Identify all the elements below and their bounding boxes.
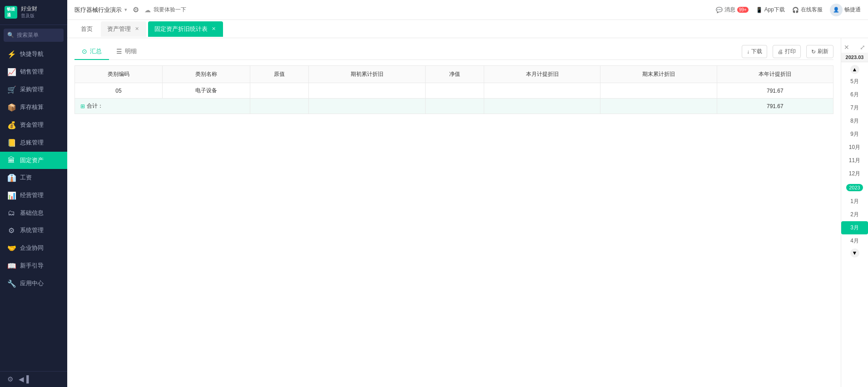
cell-name: 电子设备	[162, 83, 250, 99]
subtab-detail[interactable]: ☰ 明细	[109, 44, 144, 60]
app-title: 好业财	[21, 5, 37, 13]
total-icon: ⊞	[80, 103, 85, 109]
app-center-icon: 🔧	[7, 279, 15, 288]
col-net-value: 净值	[425, 66, 484, 83]
quick-nav-icon: ⚡	[7, 50, 15, 59]
user-menu[interactable]: 👤 畅捷通	[830, 4, 861, 16]
date-panel-header: ✕ ⤢	[841, 42, 868, 53]
sidebar-item-sales[interactable]: 📈 销售管理	[0, 63, 67, 81]
refresh-btn-label: 刷新	[818, 48, 828, 55]
total-row: ⊞ 合计： 791.67	[75, 99, 833, 114]
content-inner: ⊙ 汇总 ☰ 明细 ↓ 下载 🖨 打印	[67, 38, 841, 387]
user-name: 畅捷通	[844, 6, 861, 14]
app-download-button[interactable]: 📱 App下载	[756, 6, 785, 14]
sidebar-item-guide[interactable]: 📖 新手引导	[0, 257, 67, 275]
print-button[interactable]: 🖨 打印	[773, 45, 801, 58]
online-service-button[interactable]: 🎧 在线客服	[792, 6, 823, 14]
date-item-1[interactable]: 1月	[841, 195, 868, 208]
finance-icon: 💰	[7, 121, 15, 129]
tab-depreciation-close[interactable]: ✕	[210, 26, 217, 32]
sidebar-item-cooperation[interactable]: 🤝 企业协同	[0, 239, 67, 257]
total-original	[250, 99, 308, 114]
date-item-8[interactable]: 8月	[841, 114, 868, 128]
message-label: 消息	[724, 6, 735, 14]
sidebar-item-purchase[interactable]: 🛒 采购管理	[0, 81, 67, 99]
guide-icon: 📖	[7, 262, 15, 270]
sidebar-footer: ⚙ ◀▐	[0, 371, 67, 387]
main-area: 医疗器械行业演示 ▾ ⚙ ☁ 我要体验一下 💬 消息 99+ 📱 App下载 🎧…	[67, 0, 868, 387]
panel-expand-icon[interactable]: ⤢	[860, 44, 865, 51]
col-initial-dep: 期初累计折旧	[309, 66, 425, 83]
topbar-settings-icon[interactable]: ⚙	[133, 5, 139, 14]
business-icon: 📊	[7, 191, 15, 200]
ledger-icon: 📒	[7, 139, 15, 147]
experience-button[interactable]: ☁ 我要体验一下	[144, 6, 186, 14]
total-label: ⊞ 合计：	[80, 102, 244, 110]
subtab-summary[interactable]: ⊙ 汇总	[74, 44, 109, 60]
sidebar-item-app-center[interactable]: 🔧 应用中心	[0, 275, 67, 293]
sidebar-item-ledger[interactable]: 📒 总账管理	[0, 134, 67, 152]
sidebar: 畅捷通 好业财 普及版 🔍 搜索菜单 ⚡ 快捷导航 📈 销售管理 🛒 采购管理 …	[0, 0, 67, 387]
date-item-7[interactable]: 7月	[841, 101, 868, 114]
date-item-3[interactable]: 3月	[841, 221, 868, 234]
total-initial-dep	[309, 99, 425, 114]
sidebar-item-payroll[interactable]: 👔 工资	[0, 169, 67, 187]
sidebar-item-quick-nav[interactable]: ⚡ 快捷导航	[0, 45, 67, 63]
scroll-up-icon: ▲	[852, 66, 858, 73]
download-btn-label: 下载	[751, 48, 762, 55]
tab-home-label: 首页	[81, 25, 93, 33]
cell-original	[250, 83, 308, 99]
date-item-2[interactable]: 2月	[841, 208, 868, 221]
cell-net-value	[425, 83, 484, 99]
payroll-icon: 👔	[7, 174, 15, 182]
date-item-12[interactable]: 12月	[841, 167, 868, 180]
col-monthly-dep: 本月计提折旧	[484, 66, 600, 83]
refresh-button[interactable]: ↻ 刷新	[806, 45, 833, 58]
total-annual-dep: 791.67	[717, 99, 833, 114]
date-item-4[interactable]: 4月	[841, 234, 868, 248]
date-item-9[interactable]: 9月	[841, 128, 868, 141]
action-bar: ↓ 下载 🖨 打印 ↻ 刷新	[742, 45, 833, 58]
tab-asset-management[interactable]: 资产管理 ✕	[101, 21, 146, 37]
logo-icon: 畅捷通	[5, 6, 17, 19]
date-item-10[interactable]: 10月	[841, 141, 868, 154]
cell-end-dep	[600, 83, 717, 99]
message-icon: 💬	[716, 7, 723, 13]
date-panel: ✕ ⤢ 2023.03 ▲ 5月 6月 7月 8月 9月 10月 11月 12月…	[841, 38, 868, 387]
sidebar-item-business[interactable]: 📊 经营管理	[0, 187, 67, 204]
company-selector[interactable]: 医疗器械行业演示 ▾	[74, 6, 127, 14]
date-item-11[interactable]: 11月	[841, 154, 868, 167]
sidebar-item-inventory[interactable]: 📦 库存核算	[0, 99, 67, 116]
settings-icon[interactable]: ⚙	[7, 375, 13, 383]
tab-depreciation-report[interactable]: 固定资产折旧统计表 ✕	[148, 21, 223, 37]
sidebar-item-label: 基础信息	[20, 209, 44, 217]
sidebar-footer-icons: ⚙ ◀▐	[7, 375, 29, 383]
date-item-5[interactable]: 5月	[841, 75, 868, 88]
chevron-down-icon: ▾	[124, 7, 127, 13]
sidebar-item-label: 经营管理	[20, 191, 44, 199]
download-button[interactable]: ↓ 下载	[742, 45, 767, 58]
scroll-up-button[interactable]: ▲	[850, 65, 859, 74]
search-menu-item[interactable]: 🔍 搜索菜单	[4, 29, 64, 42]
sidebar-item-base-info[interactable]: 🗂 基础信息	[0, 204, 67, 222]
message-button[interactable]: 💬 消息 99+	[716, 6, 749, 14]
subtab-detail-label: 明细	[125, 47, 137, 55]
subtabs: ⊙ 汇总 ☰ 明细 ↓ 下载 🖨 打印	[74, 44, 833, 60]
sidebar-item-system[interactable]: ⚙ 系统管理	[0, 222, 67, 239]
purchase-icon: 🛒	[7, 85, 15, 94]
tab-asset-close[interactable]: ✕	[134, 26, 140, 32]
tab-home[interactable]: 首页	[74, 21, 99, 37]
topbar: 医疗器械行业演示 ▾ ⚙ ☁ 我要体验一下 💬 消息 99+ 📱 App下载 🎧…	[67, 0, 868, 20]
sidebar-item-finance[interactable]: 💰 资金管理	[0, 116, 67, 134]
sidebar-item-fixed-assets[interactable]: 🏛 固定资产	[0, 152, 67, 169]
scroll-down-button[interactable]: ▼	[850, 248, 859, 258]
company-name: 医疗器械行业演示	[74, 6, 122, 14]
sidebar-item-label: 应用中心	[20, 279, 44, 288]
detail-icon: ☰	[116, 48, 122, 55]
col-name: 类别名称	[162, 66, 250, 83]
collapse-icon[interactable]: ◀▐	[19, 375, 29, 383]
sidebar-item-label: 快捷导航	[20, 50, 44, 58]
sidebar-item-label: 资金管理	[20, 121, 44, 129]
date-item-6[interactable]: 6月	[841, 88, 868, 101]
panel-close-icon[interactable]: ✕	[844, 44, 849, 51]
